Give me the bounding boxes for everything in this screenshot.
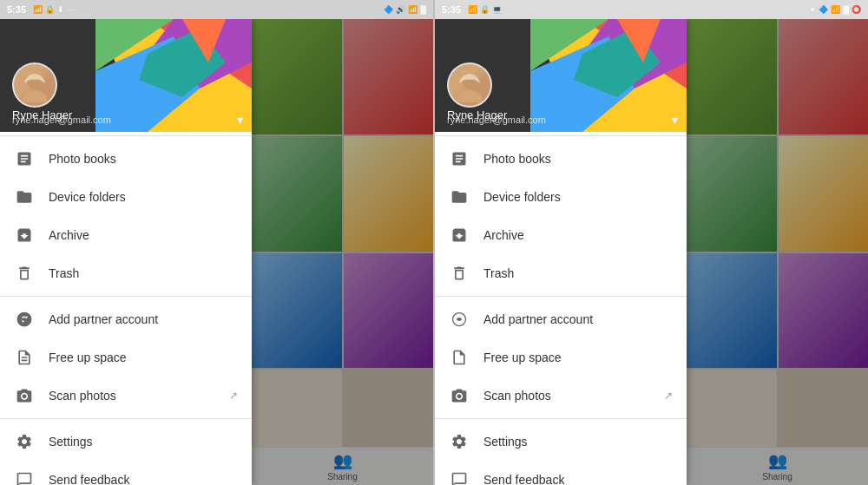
divider [0,135,252,136]
archive-icon-right [449,225,470,246]
drawer-item-device-folders-left[interactable]: Device folders [0,178,252,216]
settings-icon-right [449,431,470,452]
status-right-icons-left: 🔷 🔊 📶 ▓ [384,5,426,14]
nav-drawer-right: Ryne Hager ryne.hager@gmail.com ▾ Photo … [435,19,687,485]
settings-icon [14,431,35,452]
drawer-item-add-partner-right[interactable]: Add partner account [435,300,687,338]
device-folders-icon [14,187,35,207]
drawer-item-trash-left[interactable]: Trash [0,254,252,292]
drawer-item-settings-left[interactable]: Settings [0,423,252,461]
drawer-item-feedback-left[interactable]: Send feedback [0,461,252,485]
external-link-icon-right: ↗ [664,390,673,402]
free-space-label-right: Free up space [483,351,562,364]
drawer-avatar-left [12,62,57,108]
free-space-icon-right [449,347,470,368]
feedback-icon-right [449,469,470,485]
free-space-label-left: Free up space [49,351,127,364]
external-link-icon-left: ↗ [229,390,238,402]
photo-books-label-right: Photo books [483,152,551,166]
drawer-item-archive-left[interactable]: Archive [0,216,252,254]
status-left-icons: 📶 🔒 ⬇ ··· [33,5,74,14]
main-content-left: Ryne Hager ryne.hager@gmail.com ▾ Photo … [0,19,433,485]
status-bar-left: 5:35 📶 🔒 ⬇ ··· 🔷 🔊 📶 ▓ [0,0,433,19]
drawer-item-photo-books-right[interactable]: Photo books [435,140,687,178]
drawer-item-scan-photos-left[interactable]: Scan photos ↗ [0,377,252,415]
trash-label-left: Trash [49,266,79,280]
drawer-item-settings-right[interactable]: Settings [435,423,687,461]
status-left-icons-right: 📶 🔒 💻 [468,5,502,14]
trash-icon-right [449,263,470,284]
drawer-item-photo-books-left[interactable]: Photo books [0,140,252,178]
status-time-left: 5:35 [7,4,26,15]
settings-label-left: Settings [49,435,93,449]
svg-point-18 [457,90,482,102]
trash-icon [14,263,35,284]
drawer-item-device-folders-right[interactable]: Device folders [435,178,687,216]
svg-point-8 [23,90,47,102]
scan-photos-icon [14,385,35,406]
divider [0,418,252,419]
divider [435,296,687,297]
main-content-right: Ryne Hager ryne.hager@gmail.com ▾ Photo … [435,19,868,485]
photo-books-icon-right [449,148,470,169]
left-phone-panel: 5:35 📶 🔒 ⬇ ··· 🔷 🔊 📶 ▓ [0,0,433,485]
drawer-item-add-partner-left[interactable]: Add partner account [0,300,252,338]
scan-photos-label-left: Scan photos [49,389,116,403]
status-time-right: 5:35 [442,4,461,15]
device-folders-icon-right [449,187,470,207]
drawer-items-left: Photo books Device folders [0,132,252,485]
feedback-icon [14,469,35,485]
add-partner-icon-right [449,309,470,330]
nav-drawer-left: Ryne Hager ryne.hager@gmail.com ▾ Photo … [0,19,252,485]
drawer-email-left: ryne.hager@gmail.com [12,115,111,125]
drawer-email-right: ryne.hager@gmail.com [447,115,546,125]
add-partner-label-left: Add partner account [49,312,158,326]
drawer-email-row-right[interactable]: ryne.hager@gmail.com ▾ [447,113,687,132]
drawer-item-free-space-right[interactable]: Free up space [435,338,687,377]
feedback-label-left: Send feedback [49,473,129,485]
scan-photos-icon-right [449,385,470,406]
device-folders-label-left: Device folders [49,190,126,204]
archive-icon [14,225,35,246]
dropdown-arrow-right[interactable]: ▾ [672,113,678,127]
drawer-avatar-right [447,62,492,108]
drawer-header-right: Ryne Hager ryne.hager@gmail.com ▾ [435,19,687,132]
right-phone-panel: 5:35 📶 🔒 💻 ☀ 🔷 📶 ▓ ⭕ [435,0,868,485]
drawer-header-left: Ryne Hager ryne.hager@gmail.com ▾ [0,19,252,132]
status-bar-right: 5:35 📶 🔒 💻 ☀ 🔷 📶 ▓ ⭕ [435,0,868,19]
feedback-label-right: Send feedback [483,473,564,485]
add-partner-icon [14,309,35,330]
archive-label-left: Archive [49,228,89,242]
divider [435,418,687,419]
drawer-email-row-left[interactable]: ryne.hager@gmail.com ▾ [12,113,252,132]
photo-books-icon [14,148,35,169]
drawer-scrim-right[interactable] [687,19,868,485]
drawer-item-free-space-left[interactable]: Free up space [0,338,252,377]
divider [435,135,687,136]
drawer-item-archive-right[interactable]: Archive [435,216,687,254]
add-partner-label-right: Add partner account [483,312,593,326]
settings-label-right: Settings [483,435,528,449]
drawer-item-scan-photos-right[interactable]: Scan photos ↗ [435,377,687,415]
scan-photos-label-right: Scan photos [483,389,551,403]
status-right-icons-right: ☀ 🔷 📶 ▓ ⭕ [809,5,861,14]
drawer-scrim-left[interactable] [252,19,433,485]
dropdown-arrow-left[interactable]: ▾ [237,113,243,127]
free-space-icon [14,347,35,368]
drawer-items-right: Photo books Device folders [435,132,687,485]
drawer-item-trash-right[interactable]: Trash [435,254,687,292]
photo-books-label-left: Photo books [49,152,116,166]
drawer-item-feedback-right[interactable]: Send feedback [435,461,687,485]
archive-label-right: Archive [483,228,524,242]
divider [0,296,252,297]
trash-label-right: Trash [483,266,514,280]
device-folders-label-right: Device folders [483,190,561,204]
